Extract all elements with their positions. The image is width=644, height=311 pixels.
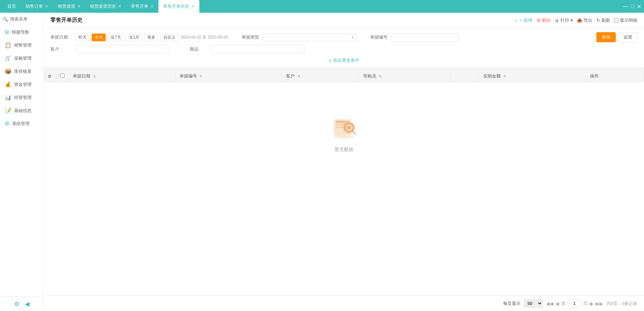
th-doc-no[interactable]: 单据编号 ⇅	[175, 70, 282, 82]
tab-sales-return-label: 销货退货	[58, 3, 75, 9]
sidebar-item-sales-mgmt[interactable]: 📋 销售管理	[0, 39, 43, 52]
nav-prev-icon[interactable]: ◀	[555, 301, 559, 306]
tab-sales-return-history-label: 销货退货历史	[90, 3, 116, 9]
collapse-label: 收起更多条件	[333, 57, 359, 63]
content-area: 零售开单历史 ＋ + 新增 🗑 删除 🖨 打印 ▾ 📤 导出	[44, 13, 644, 311]
sidebar-search-label: 搜索采单	[10, 16, 28, 22]
settings-gear-icon[interactable]: ⚙	[48, 74, 52, 79]
date-btn-yesterday[interactable]: 昨天	[76, 34, 90, 41]
date-btn-today[interactable]: 今天	[92, 34, 106, 41]
nav-first-icon[interactable]: ◀◀	[546, 301, 553, 306]
sidebar-item-system[interactable]: ⚙ 系统管理	[0, 117, 43, 130]
th-guide-sort-icon: ⇅	[379, 74, 382, 78]
th-customer-label: 客户	[286, 73, 295, 79]
th-check[interactable]	[56, 70, 69, 82]
tab-retail-open[interactable]: 零售开单 ✕	[126, 0, 158, 13]
sidebar-settings-icon[interactable]: ⚙	[14, 300, 19, 308]
th-amount[interactable]: 实销金额 ⇅	[479, 70, 586, 82]
tab-retail-history[interactable]: 零售开单历史 ✕	[158, 0, 199, 13]
th-setting[interactable]: ⚙	[44, 70, 56, 82]
th-customer[interactable]: 客户 ⇅	[282, 70, 359, 82]
th-date[interactable]: 单据日期 ⇅	[69, 70, 176, 82]
doc-type-select[interactable]: ▾	[263, 34, 357, 41]
th-guide[interactable]: 导购员 ⇅	[359, 70, 451, 82]
tab-sales-return-history[interactable]: 销货退货历史 ✕	[85, 0, 126, 13]
tab-sales-order-label: 销售订单	[26, 3, 43, 9]
tab-sales-return[interactable]: 销货退货 ✕	[53, 0, 85, 13]
nav-last-icon[interactable]: ▶▶	[596, 301, 603, 306]
add-button[interactable]: ＋ + 新增	[514, 17, 532, 23]
doc-num-label: 单据编号	[370, 34, 389, 40]
collapse-button[interactable]: ∧ 收起更多条件	[329, 57, 359, 63]
th-amount-label: 实销金额	[483, 73, 501, 79]
sidebar-item-quick-nav[interactable]: ⊞ 快捷导航	[0, 25, 43, 39]
tab-retail-open-close[interactable]: ✕	[150, 4, 154, 9]
refresh-button[interactable]: ↻ 刷新	[596, 17, 610, 23]
date-range-display: 2023-06-02 至 2023-06-02	[181, 35, 228, 40]
tab-home[interactable]: 首页	[3, 0, 21, 13]
refresh-icon: ↻	[596, 18, 600, 23]
customer-input[interactable]: ···	[76, 45, 169, 53]
doc-type-filter: 单据类型 ▾	[242, 34, 357, 41]
export-button[interactable]: 📤 导出	[577, 17, 592, 23]
th-guide-label: 导购员	[363, 73, 376, 79]
current-page-input[interactable]	[568, 300, 581, 307]
tab-sales-order[interactable]: 销售订单 ✕	[21, 0, 53, 13]
print-button[interactable]: 🖨 打印 ▾	[555, 17, 573, 23]
sidebar-collapse-icon[interactable]: ◀	[25, 300, 30, 308]
sidebar-search[interactable]: 🔍 搜索采单	[0, 13, 43, 25]
goods-dots: ···	[298, 47, 302, 52]
sidebar-item-basic-info[interactable]: 📝 基础信息	[0, 104, 43, 117]
tab-sales-return-history-close[interactable]: ✕	[118, 4, 121, 9]
date-btn-1month[interactable]: 近1月	[126, 34, 143, 41]
show-detail-checkbox[interactable]	[614, 18, 618, 22]
win-maximize[interactable]: □	[631, 3, 634, 10]
table-header-row: ⚙ 单据日期 ⇅ 单据编号 ⇅	[44, 70, 644, 82]
doc-num-input[interactable]	[391, 33, 458, 42]
set-button[interactable]: 设置	[618, 32, 637, 42]
page-nav: ◀◀ ◀ 第 页 ▶ ▶▶	[546, 300, 603, 307]
sidebar-item-operations-label: 经营管理	[14, 95, 32, 101]
doc-type-arrow-icon: ▾	[352, 35, 354, 40]
sidebar-item-operations[interactable]: 📊 经营管理	[0, 91, 43, 104]
sidebar-item-inventory[interactable]: 📦 库存核算	[0, 65, 43, 78]
sales-mgmt-icon: 📋	[5, 42, 11, 48]
print-icon: 🖨	[555, 18, 559, 23]
per-page-select[interactable]: 50 10 20 100	[524, 299, 543, 308]
delete-label: 删除	[542, 17, 551, 23]
show-detail-label: 显示明细	[620, 17, 637, 23]
page-label-post: 页	[583, 301, 588, 307]
svg-line-7	[352, 131, 356, 134]
tab-retail-history-close[interactable]: ✕	[191, 4, 195, 9]
show-detail-toggle[interactable]: 显示明细	[614, 17, 637, 23]
filter-row-1: 单据日期 昨天 今天 近7天 近1月 更多 自定义 2023-06-02 至 2…	[50, 32, 637, 42]
export-label: 导出	[584, 17, 592, 23]
table-header: ⚙ 单据日期 ⇅ 单据编号 ⇅	[44, 70, 644, 82]
tab-sales-return-close[interactable]: ✕	[77, 4, 81, 9]
svg-point-8	[347, 126, 351, 129]
quick-nav-icon: ⊞	[5, 29, 9, 35]
sidebar-item-sales-mgmt-label: 销售管理	[14, 42, 32, 48]
th-doc-no-label: 单据编号	[180, 73, 197, 79]
tab-bar: 首页 销售订单 ✕ 销货退货 ✕ 销货退货历史 ✕ 零售开单 ✕ 零售开单历史 …	[0, 0, 644, 13]
add-label: + 新增	[520, 17, 532, 23]
date-btn-more[interactable]: 更多	[144, 34, 158, 41]
sidebar-item-finance[interactable]: 💰 资金管理	[0, 78, 43, 91]
tab-sales-order-close[interactable]: ✕	[45, 4, 48, 9]
nav-next-icon[interactable]: ▶	[590, 301, 594, 306]
date-btn-7days[interactable]: 近7天	[108, 34, 124, 41]
sidebar: 🔍 搜索采单 ⊞ 快捷导航 📋 销售管理 🛒 采购管理 📦 库存核算 💰	[0, 13, 44, 311]
th-customer-sort-icon: ⇅	[297, 74, 300, 78]
date-btn-custom[interactable]: 自定义	[160, 34, 179, 41]
goods-input[interactable]: ···	[211, 45, 305, 53]
sidebar-item-purchase-mgmt[interactable]: 🛒 采购管理	[0, 52, 43, 65]
select-all-checkbox[interactable]	[60, 73, 64, 78]
main-layout: 🔍 搜索采单 ⊞ 快捷导航 📋 销售管理 🛒 采购管理 📦 库存核算 💰	[0, 13, 644, 311]
customer-dots: ···	[163, 47, 166, 52]
win-close[interactable]: ✕	[637, 3, 641, 10]
collapse-row: ∧ 收起更多条件	[50, 56, 637, 63]
win-minimize[interactable]: —	[623, 3, 628, 10]
query-button[interactable]: 查询	[596, 32, 616, 42]
empty-text: 暂无数据	[335, 147, 353, 153]
delete-button[interactable]: 🗑 删除	[536, 17, 551, 23]
